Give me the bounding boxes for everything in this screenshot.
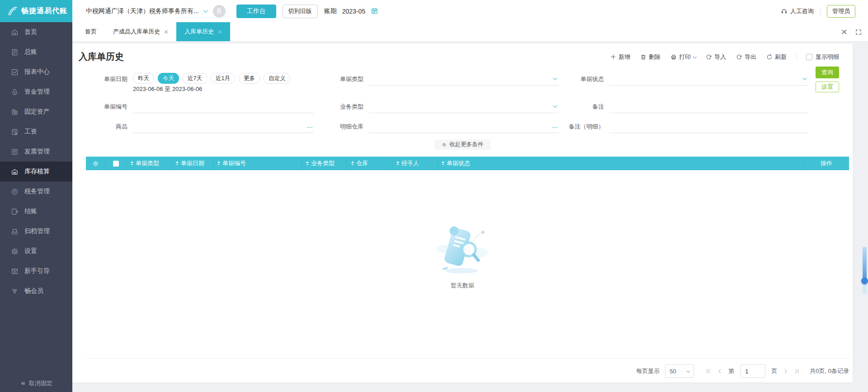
close-icon[interactable] (164, 30, 168, 34)
tab-home[interactable]: 首页 (77, 22, 105, 41)
sidebar-item-reports[interactable]: 报表中心 (0, 62, 72, 82)
support-link[interactable]: 人工咨询 (781, 7, 814, 15)
import-button[interactable]: 导入 (706, 53, 726, 61)
more-icon[interactable] (552, 124, 558, 130)
doc-status-input[interactable] (609, 73, 808, 85)
page-number-input[interactable] (740, 364, 765, 378)
sort-caret-icon[interactable] (442, 161, 444, 166)
tab-inbound-history[interactable]: 入库单历史 (176, 22, 230, 41)
remark-detail-input[interactable] (609, 120, 808, 132)
col-doc-date[interactable]: 单据日期 (172, 157, 213, 170)
pill-today[interactable]: 今天 (158, 73, 179, 84)
remark-detail-field[interactable] (609, 120, 808, 133)
collapse-filters-button[interactable]: 收起更多条件 (434, 139, 491, 150)
detail-warehouse-field[interactable] (369, 120, 559, 133)
col-doc-status[interactable]: 单据状态 (438, 157, 804, 170)
col-doc-no[interactable]: 单据编号 (213, 157, 302, 170)
date-range-value[interactable]: 2023-06-06 至 2023-06-06 (133, 85, 314, 93)
period-label: 账期 (324, 7, 337, 15)
refresh-button[interactable]: 刷新 (766, 53, 787, 61)
per-page-select[interactable]: 50 (665, 364, 694, 378)
next-page-button[interactable] (783, 368, 788, 374)
last-page-button[interactable] (794, 368, 800, 374)
chevron-down-icon (687, 369, 690, 373)
fullscreen-icon[interactable] (855, 29, 862, 35)
scrollbar-knob[interactable] (861, 277, 868, 284)
sidebar-item-salary[interactable]: 工资 (0, 122, 72, 142)
user-badge[interactable]: 管理员 (827, 5, 855, 18)
col-biz-type[interactable]: 业务类型 (302, 157, 347, 170)
tab-product-inbound-history[interactable]: 产成品入库单历史 (105, 22, 176, 41)
goods-field[interactable] (133, 120, 314, 133)
gear-icon (11, 248, 19, 255)
sidebar-item-closing[interactable]: 结账 (0, 201, 72, 221)
add-button[interactable]: 新增 (610, 53, 630, 61)
select-all-checkbox[interactable] (106, 157, 127, 170)
switch-old-version-button[interactable]: 切到旧版 (283, 5, 318, 18)
sort-caret-icon[interactable] (396, 161, 399, 166)
sidebar-item-fixed-assets[interactable]: 固定资产 (0, 102, 72, 122)
close-icon[interactable] (218, 30, 222, 34)
pill-more[interactable]: 更多 (239, 73, 260, 84)
workbench-button[interactable]: 工作台 (236, 5, 276, 18)
home-icon (11, 29, 19, 36)
remark-input[interactable] (609, 100, 808, 112)
first-page-button[interactable] (706, 368, 711, 374)
biz-type-select[interactable] (369, 100, 559, 113)
detail-warehouse-input[interactable] (369, 120, 559, 132)
sidebar-item-guide[interactable]: 新手引导 (0, 261, 72, 281)
company-selector[interactable]: 中税网通广泽（天津）税务师事务所有... (86, 7, 207, 15)
doc-no-field[interactable] (133, 100, 314, 113)
sidebar-item-ledger[interactable]: 总账 (0, 42, 72, 62)
pill-yesterday[interactable]: 昨天 (133, 73, 154, 84)
delete-button[interactable]: 删除 (640, 53, 660, 61)
sidebar-item-member[interactable]: 畅会员 (0, 281, 72, 301)
sidebar-item-archive[interactable]: 归档管理 (0, 221, 72, 241)
col-handler[interactable]: 经手人 (392, 157, 438, 170)
doc-type-select[interactable] (369, 73, 559, 86)
sort-caret-icon[interactable] (176, 161, 179, 166)
sidebar-item-inventory[interactable]: 库存核算 (0, 162, 72, 182)
doc-no-input[interactable] (133, 100, 314, 112)
goods-input[interactable] (133, 120, 314, 132)
sidebar-item-tax[interactable]: 税务管理 (0, 182, 72, 201)
column-settings-button[interactable] (86, 157, 106, 170)
pill-last7days[interactable]: 近7天 (183, 73, 207, 84)
pill-custom[interactable]: 自定义 (264, 73, 291, 84)
sort-caret-icon[interactable] (306, 161, 309, 166)
pill-last1month[interactable]: 近1月 (211, 73, 235, 84)
checkbox[interactable] (806, 54, 812, 60)
export-button[interactable]: 导出 (736, 53, 756, 61)
unpin-sidebar-button[interactable]: 取消固定 (0, 379, 72, 387)
remark-detail-label: 备注（明细） (559, 120, 604, 131)
sidebar-item-home[interactable]: 首页 (0, 22, 72, 42)
sort-caret-icon[interactable] (217, 161, 220, 166)
clipboard-icon[interactable] (213, 5, 226, 18)
divider (820, 8, 821, 15)
doc-status-select[interactable] (609, 73, 808, 86)
col-doc-type[interactable]: 单据类型 (127, 157, 172, 170)
show-detail-checkbox[interactable]: 显示明细 (797, 53, 839, 61)
print-button[interactable]: 打印 (670, 53, 696, 61)
col-warehouse[interactable]: 仓库 (347, 157, 392, 170)
calendar-icon[interactable] (371, 7, 378, 15)
more-icon[interactable] (307, 124, 313, 130)
scrollbar-track[interactable] (863, 247, 867, 294)
query-button[interactable]: 查询 (816, 67, 839, 78)
biz-type-input[interactable] (369, 100, 559, 112)
filter-settings-button[interactable]: 设置 (816, 81, 839, 92)
prev-page-button[interactable] (717, 368, 722, 374)
sidebar-item-funds[interactable]: 资金管理 (0, 82, 72, 102)
close-all-tabs-icon[interactable] (841, 29, 847, 35)
sort-caret-icon[interactable] (351, 161, 354, 166)
col-label: 单据日期 (181, 159, 204, 167)
sort-caret-icon[interactable] (131, 161, 133, 166)
checkbox[interactable] (113, 161, 119, 167)
sidebar-item-invoices[interactable]: 发票管理 (0, 142, 72, 162)
scrollbar-handle[interactable] (863, 247, 867, 281)
v-member-icon (11, 287, 19, 295)
remark-field[interactable] (609, 100, 808, 113)
sidebar-item-settings[interactable]: 设置 (0, 241, 72, 261)
export-icon (736, 54, 742, 60)
doc-type-input[interactable] (369, 73, 559, 85)
